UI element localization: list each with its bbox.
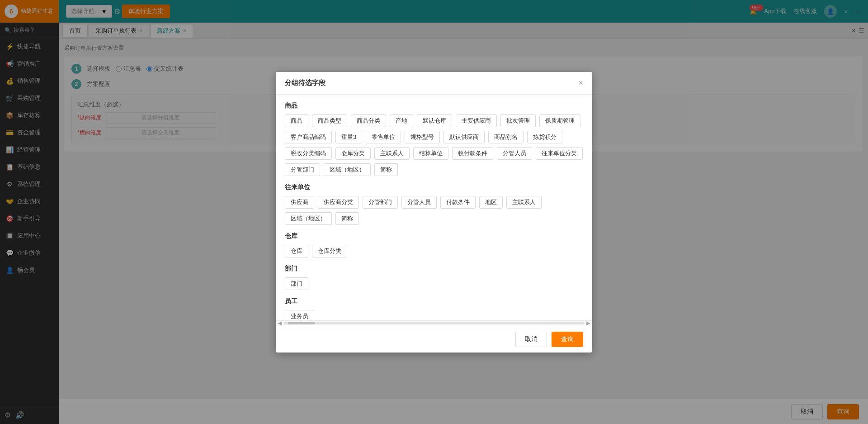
field-tag[interactable]: 拣货积分 — [527, 131, 562, 143]
field-tag[interactable]: 收付款条件 — [452, 147, 493, 160]
field-tag[interactable]: 批次管理 — [500, 114, 536, 127]
field-tag[interactable]: 商品分类 — [351, 114, 386, 127]
warehouse-fields: 仓库 仓库分类 — [285, 245, 583, 257]
modal-body: 商品 商品 商品类型 商品分类 产地 默认仓库 主要供应商 批次管理 保质期管理… — [276, 95, 592, 320]
modal-cancel-button[interactable]: 取消 — [515, 332, 547, 347]
field-tag[interactable]: 业务员 — [285, 310, 314, 320]
modal-overlay[interactable]: 分组待选字段 × 商品 商品 商品类型 商品分类 产地 默认仓库 主要供应商 批… — [0, 0, 868, 424]
partner-fields: 供应商 供应商分类 分管部门 分管人员 付款条件 地区 主联系人 区域（地区） … — [285, 196, 583, 225]
section-goods-title: 商品 — [285, 102, 583, 110]
goods-fields: 商品 商品类型 商品分类 产地 默认仓库 主要供应商 批次管理 保质期管理 客户… — [285, 114, 583, 176]
field-tag[interactable]: 结算单位 — [413, 147, 448, 160]
field-tag[interactable]: 默认仓库 — [417, 114, 452, 127]
field-tag[interactable]: 区域（地区） — [324, 163, 371, 176]
field-tag[interactable]: 税收分类编码 — [285, 147, 332, 160]
modal-confirm-button[interactable]: 查询 — [552, 332, 583, 347]
section-employee: 员工 业务员 — [285, 297, 583, 320]
modal-footer: 取消 查询 — [276, 326, 592, 353]
field-tag[interactable]: 分管部门 — [285, 163, 320, 176]
field-tag[interactable]: 往来单位分类 — [536, 147, 583, 160]
modal-title: 分组待选字段 — [285, 79, 326, 87]
modal-close-button[interactable]: × — [578, 78, 583, 88]
field-tag[interactable]: 商品类型 — [312, 114, 347, 127]
field-tag[interactable]: 产地 — [390, 114, 413, 127]
employee-fields: 业务员 — [285, 310, 583, 320]
field-tag[interactable]: 简称 — [374, 163, 398, 176]
hscroll-thumb[interactable] — [288, 322, 315, 324]
field-tag[interactable]: 分管人员 — [497, 147, 532, 160]
field-tag[interactable]: 仓库分类 — [335, 147, 371, 160]
field-tag[interactable]: 部门 — [285, 277, 308, 290]
field-tag[interactable]: 分管人员 — [401, 196, 437, 209]
field-tag[interactable]: 商品别名 — [488, 131, 524, 143]
section-department-title: 部门 — [285, 265, 583, 273]
field-tag[interactable]: 规格型号 — [405, 131, 440, 143]
field-tag[interactable]: 供应商分类 — [318, 196, 359, 209]
field-tag[interactable]: 重量3 — [335, 131, 362, 143]
field-tag[interactable]: 地区 — [479, 196, 503, 209]
section-employee-title: 员工 — [285, 297, 583, 305]
field-tag[interactable]: 主要供应商 — [456, 114, 497, 127]
department-fields: 部门 — [285, 277, 583, 290]
field-tag[interactable]: 分管部门 — [363, 196, 398, 209]
section-partner-title: 往来单位 — [285, 183, 583, 191]
field-tag[interactable]: 付款条件 — [440, 196, 476, 209]
field-tag[interactable]: 保质期管理 — [539, 114, 580, 127]
section-warehouse-title: 仓库 — [285, 232, 583, 240]
section-department: 部门 部门 — [285, 265, 583, 290]
field-tag[interactable]: 主联系人 — [374, 147, 410, 160]
field-tag[interactable]: 默认供应商 — [443, 131, 485, 143]
field-tag[interactable]: 简称 — [335, 212, 359, 225]
field-tag[interactable]: 主联系人 — [506, 196, 542, 209]
modal-hscroll[interactable]: ◀ ▶ — [276, 320, 592, 326]
section-goods: 商品 商品 商品类型 商品分类 产地 默认仓库 主要供应商 批次管理 保质期管理… — [285, 102, 583, 176]
hscroll-track — [283, 322, 585, 324]
field-tag[interactable]: 商品 — [285, 114, 308, 127]
field-tag[interactable]: 供应商 — [285, 196, 314, 209]
section-partner: 往来单位 供应商 供应商分类 分管部门 分管人员 付款条件 地区 主联系人 区域… — [285, 183, 583, 225]
field-tag[interactable]: 仓库 — [285, 245, 308, 257]
field-tag[interactable]: 零售单位 — [366, 131, 401, 143]
field-tag[interactable]: 客户商品编码 — [285, 131, 332, 143]
field-tag[interactable]: 仓库分类 — [312, 245, 347, 257]
modal-header: 分组待选字段 × — [276, 72, 592, 95]
section-warehouse: 仓库 仓库 仓库分类 — [285, 232, 583, 257]
field-tag[interactable]: 区域（地区） — [285, 212, 332, 225]
modal-dialog: 分组待选字段 × 商品 商品 商品类型 商品分类 产地 默认仓库 主要供应商 批… — [276, 72, 592, 353]
